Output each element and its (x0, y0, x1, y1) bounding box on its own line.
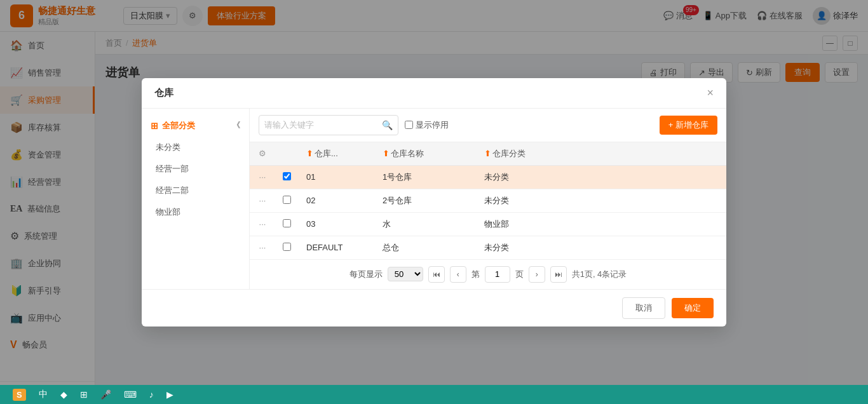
row-category-2: 物业部 (477, 212, 726, 236)
row-checkbox-cell-3[interactable] (275, 236, 299, 259)
search-input[interactable] (259, 120, 377, 130)
collapse-icon[interactable]: 《 (233, 120, 240, 131)
search-box: 🔍 (259, 115, 398, 135)
list-toolbar: 🔍 显示停用 + 新增仓库 (250, 109, 726, 142)
first-page-btn[interactable]: ⏮ (428, 266, 445, 283)
row-name-1: 2号仓库 (375, 189, 477, 212)
total-info: 共1页, 4条记录 (572, 269, 627, 280)
row-gear-3[interactable]: ··· (250, 236, 275, 259)
page-size-select[interactable]: 50 10 20 100 (388, 267, 423, 281)
table-row[interactable]: ··· DEFAULT 总仓 未分类 (250, 236, 726, 259)
col-code[interactable]: ⬆仓库... (299, 142, 375, 166)
row-checkbox-3[interactable] (283, 243, 291, 251)
table-row[interactable]: ··· 03 水 物业部 (250, 212, 726, 236)
status-cn-icon[interactable]: 中 (39, 389, 48, 400)
row-name-0: 1号仓库 (375, 165, 477, 189)
pagination: 每页显示 50 10 20 100 ⏮ ‹ 第 页 › ⏭ 共1页, 4条记录 (250, 260, 726, 289)
status-grid-icon[interactable]: ⊞ (80, 389, 88, 400)
status-diamond-icon: ◆ (60, 389, 67, 400)
show-disabled-label: 显示停用 (416, 119, 449, 131)
grid-icon: ⊞ (151, 121, 158, 131)
row-name-2: 水 (375, 212, 477, 236)
row-name-3: 总仓 (375, 236, 477, 259)
cancel-button[interactable]: 取消 (622, 297, 665, 319)
row-checkbox-cell-1[interactable] (275, 189, 299, 212)
page-suffix: 页 (515, 269, 524, 280)
col-category[interactable]: ⬆仓库分类 (477, 142, 726, 166)
category-panel: ⊞ 全部分类 《 未分类 经营一部 经营二部 物业部 (142, 109, 250, 289)
all-categories-item[interactable]: ⊞ 全部分类 《 (142, 115, 249, 137)
page-number-input[interactable] (485, 266, 510, 283)
modal-overlay: 仓库 × ⊞ 全部分类 《 未分类 经营一部 经营二部 物业部 (0, 0, 868, 404)
category-item-dept2[interactable]: 经营二部 (142, 180, 249, 201)
warehouse-list-panel: 🔍 显示停用 + 新增仓库 ⚙ (250, 109, 726, 289)
row-category-1: 未分类 (477, 189, 726, 212)
show-disabled-toggle[interactable]: 显示停用 (405, 119, 449, 131)
add-warehouse-button[interactable]: + 新增仓库 (660, 116, 717, 135)
warehouse-table: ⚙ ⬆仓库... ⬆仓库名称 ⬆仓库分类 (250, 142, 726, 260)
sort-icon-3: ⬆ (484, 149, 491, 158)
row-category-0: 未分类 (477, 165, 726, 189)
page-size-label: 每页显示 (349, 269, 383, 280)
row-gear-0[interactable]: ··· (250, 165, 275, 189)
row-checkbox-1[interactable] (283, 196, 291, 204)
modal-body: ⊞ 全部分类 《 未分类 经营一部 经营二部 物业部 🔍 (142, 109, 726, 289)
last-page-btn[interactable]: ⏭ (550, 266, 567, 283)
col-name[interactable]: ⬆仓库名称 (375, 142, 477, 166)
status-triangle-icon[interactable]: ▶ (166, 389, 173, 400)
all-categories-label: 全部分类 (162, 120, 195, 131)
row-gear-2[interactable]: ··· (250, 212, 275, 236)
warehouse-modal: 仓库 × ⊞ 全部分类 《 未分类 经营一部 经营二部 物业部 (142, 78, 726, 327)
category-item-dept1[interactable]: 经营一部 (142, 158, 249, 180)
search-icon[interactable]: 🔍 (377, 120, 398, 130)
row-checkbox-cell-0[interactable] (275, 165, 299, 189)
status-keyboard-icon[interactable]: ⌨ (124, 389, 137, 400)
status-bar: S 中 ◆ ⊞ 🎤 ⌨ ♪ ▶ (0, 385, 868, 404)
modal-footer: 取消 确定 (142, 289, 726, 327)
col-gear: ⚙ (250, 142, 275, 166)
row-code-2: 03 (299, 212, 375, 236)
status-music-icon[interactable]: ♪ (149, 389, 154, 400)
status-mic-icon[interactable]: 🎤 (100, 389, 111, 400)
confirm-button[interactable]: 确定 (672, 298, 714, 318)
sort-icon: ⬆ (306, 149, 313, 158)
page-label: 第 (471, 269, 480, 280)
warehouse-table-wrap: ⚙ ⬆仓库... ⬆仓库名称 ⬆仓库分类 (250, 142, 726, 260)
row-category-3: 未分类 (477, 236, 726, 259)
table-row[interactable]: ··· 01 1号仓库 未分类 (250, 165, 726, 189)
table-header-row: ⚙ ⬆仓库... ⬆仓库名称 ⬆仓库分类 (250, 142, 726, 166)
row-checkbox-0[interactable] (283, 172, 291, 180)
modal-close-button[interactable]: × (707, 87, 714, 98)
modal-header: 仓库 × (142, 78, 726, 109)
row-gear-1[interactable]: ··· (250, 189, 275, 212)
row-code-1: 02 (299, 189, 375, 212)
show-disabled-checkbox[interactable] (405, 121, 413, 129)
sort-icon-2: ⬆ (383, 149, 390, 158)
row-code-3: DEFAULT (299, 236, 375, 259)
col-checkbox (275, 142, 299, 166)
modal-title: 仓库 (154, 87, 173, 99)
row-checkbox-2[interactable] (283, 219, 291, 227)
row-code-0: 01 (299, 165, 375, 189)
category-item-property[interactable]: 物业部 (142, 201, 249, 223)
status-s-logo: S (13, 389, 26, 401)
table-row[interactable]: ··· 02 2号仓库 未分类 (250, 189, 726, 212)
prev-page-btn[interactable]: ‹ (450, 266, 466, 283)
row-checkbox-cell-2[interactable] (275, 212, 299, 236)
category-item-unclassified[interactable]: 未分类 (142, 137, 249, 158)
next-page-btn[interactable]: › (529, 266, 545, 283)
